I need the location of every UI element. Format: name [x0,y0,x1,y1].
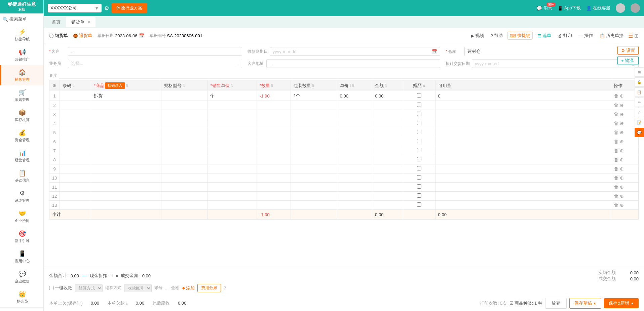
cell-barcode[interactable] [60,192,91,201]
sidebar-item-corp[interactable]: 🤝 企业协同 [0,206,43,227]
form-flow-button[interactable]: + 物流 [617,56,639,65]
sidebar-item-system[interactable]: ⚙ 系统管理 [0,186,43,206]
list-view-icon[interactable]: ☰ [628,33,633,39]
gift-checkbox[interactable] [417,175,421,180]
cell-pack-qty[interactable] [291,119,337,128]
spec-sort-icon[interactable]: ⇅ [182,84,185,87]
rf-btn-2[interactable]: 🔒 [635,77,644,87]
radio-return-input[interactable] [73,34,78,38]
form-settings-button[interactable]: ⚙ 设置 [617,46,639,55]
delete-row-button[interactable]: 🗑 [614,103,618,108]
rf-btn-4[interactable]: ✏ [635,98,644,107]
tab-sale-order[interactable]: 销货单 × [66,17,96,27]
cell-unit-price[interactable] [337,119,372,128]
cell-spec[interactable] [161,164,207,173]
cell-barcode[interactable] [60,201,91,210]
cell-pack-qty[interactable] [291,164,337,173]
cell-spec[interactable] [161,146,207,155]
cell-unit-price[interactable]: 0.00 [337,91,372,101]
draft-button[interactable]: 保存草稿 ▲ [569,298,602,309]
cell-qty[interactable] [257,146,291,155]
cell-unit-price[interactable] [337,137,372,146]
cell-amount[interactable] [372,164,403,173]
cell-amount[interactable] [372,119,403,128]
delete-row-button[interactable]: 🗑 [614,93,618,99]
cell-barcode[interactable] [60,137,91,146]
gift-checkbox[interactable] [417,166,421,170]
copy-row-button[interactable]: ⊕ [620,193,624,199]
cell-qty[interactable] [257,137,291,146]
cell-barcode[interactable] [60,119,91,128]
cell-gift[interactable] [403,183,435,192]
toolbar-select[interactable]: ☰ 选单 [535,32,553,40]
copy-row-button[interactable]: ⊕ [620,121,624,126]
cell-unit-price[interactable] [337,101,372,110]
product-count-icon[interactable]: ☑ [509,301,514,306]
due-date-input[interactable]: yyyy-mm-dd 📅 [270,47,441,56]
toolbar-operation[interactable]: ⋯ 操作 [577,32,595,40]
cell-amount[interactable]: 0.00 [372,91,403,101]
settings-button[interactable]: ⚙ [104,5,109,11]
delete-row-button[interactable]: 🗑 [614,130,618,135]
cell-unit-price[interactable] [337,110,372,119]
cell-amount[interactable] [372,201,403,210]
copy-row-button[interactable]: ⊕ [620,112,624,117]
radio-sale-input[interactable] [49,34,53,38]
cell-spec[interactable] [161,101,207,110]
cell-gift[interactable] [403,146,435,155]
rf-btn-1[interactable]: ⊞ [635,67,644,77]
delete-row-button[interactable]: 🗑 [614,202,618,208]
radio-return[interactable]: 退货单 [73,33,92,39]
cell-qty[interactable] [257,173,291,183]
cell-unit[interactable] [207,128,257,137]
sidebar-item-wechat[interactable]: 💬 企业微信 [0,267,43,287]
delete-row-button[interactable]: 🗑 [614,139,618,144]
cell-amount[interactable] [372,110,403,119]
cell-gift[interactable] [403,119,435,128]
cell-product[interactable] [91,155,161,164]
copy-row-button[interactable]: ⊕ [620,130,624,135]
rf-btn-5[interactable]: ☆ [635,108,644,117]
cell-unit-price[interactable] [337,128,372,137]
toolbar-help[interactable]: ? 帮助 [489,32,505,40]
trial-button[interactable]: 体验行业方案 [112,3,147,13]
grid-view-icon[interactable]: ⊞ [634,33,639,39]
cell-product[interactable]: 拆货 [91,91,161,101]
cell-unit-price[interactable] [337,146,372,155]
delete-row-button[interactable]: 🗑 [614,157,618,162]
tab-home[interactable]: 首页 [46,17,66,27]
sidebar-item-marketing[interactable]: 📢 营销推广 [0,45,43,65]
cell-pack-qty[interactable]: 1个 [291,91,337,101]
price-info-icon[interactable]: ℹ [349,83,351,88]
expense-split-button[interactable]: 费用分摊 [197,284,221,292]
gift-checkbox[interactable] [417,184,421,189]
rf-btn-3[interactable]: 📋 [635,87,644,97]
copy-row-button[interactable]: ⊕ [620,157,624,162]
cell-amount[interactable] [372,192,403,201]
cell-unit-price[interactable] [337,183,372,192]
cell-barcode[interactable] [60,146,91,155]
unit-price-sort-icon[interactable]: ⇅ [352,84,354,87]
cell-qty[interactable] [257,164,291,173]
rf-btn-6[interactable]: 📝 [635,118,644,127]
gift-checkbox[interactable] [417,193,421,198]
scan-button[interactable]: 扫码录入 [105,82,125,89]
cell-unit[interactable] [207,137,257,146]
cell-unit[interactable] [207,101,257,110]
cell-product[interactable] [91,192,161,201]
cell-amount[interactable] [372,101,403,110]
cell-pack-qty[interactable] [291,155,337,164]
cell-pack-qty[interactable] [291,201,337,210]
amount-sort-icon[interactable]: ⇅ [384,84,387,87]
qty-sort-icon[interactable]: ⇅ [271,84,273,87]
cell-product[interactable] [91,101,161,110]
cell-product[interactable] [91,183,161,192]
cell-barcode[interactable] [60,101,91,110]
cell-qty[interactable] [257,201,291,210]
cell-gift[interactable] [403,201,435,210]
cell-spec[interactable] [161,110,207,119]
copy-row-button[interactable]: ⊕ [620,175,624,181]
gift-checkbox[interactable] [417,121,421,125]
cell-unit[interactable] [207,119,257,128]
toolbar-shortcut[interactable]: ⌨ 快捷键 [507,32,533,40]
